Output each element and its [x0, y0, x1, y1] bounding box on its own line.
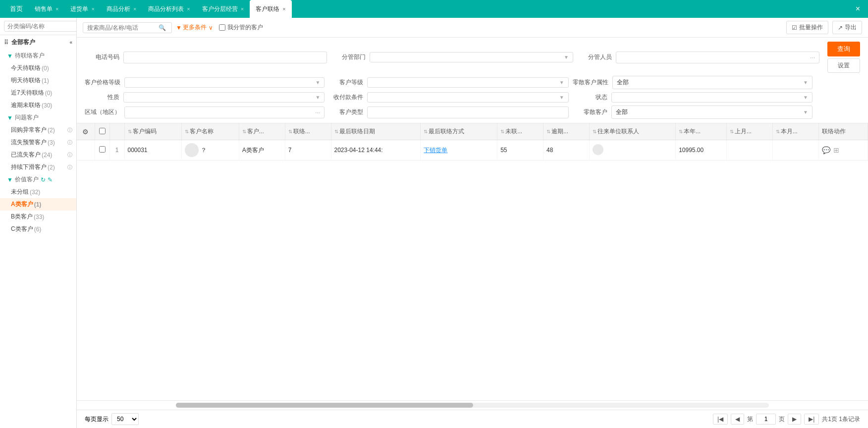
first-page-button[interactable]: |◀: [713, 414, 728, 425]
nav-tab-purchase[interactable]: 进货单 ×: [64, 0, 100, 18]
nav-tab-analysis[interactable]: 商品分析 ×: [101, 0, 142, 18]
sidebar-search-input[interactable]: [4, 21, 77, 32]
triangle-icon-2: ▼: [7, 114, 13, 121]
sort-icon-name[interactable]: ⇅: [185, 129, 189, 134]
per-page-select[interactable]: 50 100: [111, 413, 139, 425]
sort-icon-last-month[interactable]: ⇅: [730, 129, 734, 134]
nav-tab-customer-contact[interactable]: 客户联络 ×: [250, 0, 291, 18]
query-settings-buttons: 查询 设置: [827, 42, 860, 73]
sidebar-item-ungrouped[interactable]: 未分组 (32): [0, 186, 76, 198]
filter-retail-attr-select[interactable]: 全部 ▼: [612, 76, 813, 89]
filter-person-input[interactable]: ···: [616, 52, 819, 63]
sidebar-group-problem[interactable]: ▼ 问题客户: [0, 111, 76, 124]
query-button[interactable]: 查询: [827, 42, 860, 56]
triangle-icon-3: ▼: [7, 176, 13, 183]
sort-icon-type[interactable]: ⇅: [242, 129, 246, 134]
sidebar-item-class-b[interactable]: B类客户 (33): [0, 211, 76, 223]
horizontal-scrollbar[interactable]: [176, 403, 769, 408]
nav-tab-customer-segment[interactable]: 客户分层经营 ×: [196, 0, 250, 18]
sidebar-item-overdue[interactable]: 逾期未联络 (30): [0, 99, 76, 111]
filter-customer-type-input[interactable]: [367, 107, 568, 118]
sidebar-item-class-a[interactable]: A类客户 (1): [0, 198, 76, 211]
sort-icon-contact[interactable]: ⇅: [288, 129, 292, 134]
refresh-icon[interactable]: ↻: [41, 176, 46, 183]
window-close-button[interactable]: ×: [852, 4, 864, 13]
nav-tab-sales-close[interactable]: ×: [55, 6, 58, 12]
nav-home[interactable]: 首页: [4, 4, 29, 13]
adv-filter: 电话号码 分管部门 ▼ 分管人员 ···: [77, 38, 868, 123]
qr-action-icon[interactable]: ⊞: [833, 146, 839, 154]
export-button[interactable]: ↗ 导出: [832, 21, 862, 34]
settings-button[interactable]: 设置: [827, 58, 860, 73]
row-checkbox[interactable]: [99, 146, 106, 153]
sidebar-item-overdue-label: 逾期未联络: [11, 101, 41, 109]
nav-tab-customer-contact-close[interactable]: ×: [282, 6, 285, 12]
table-row: 1 000031 ？ A类客户 7 2023-04-12 14:44:: [77, 140, 868, 160]
select-all-checkbox[interactable]: [99, 128, 106, 134]
col-last-date-header: ⇅最后联络日期: [331, 123, 421, 140]
sort-icon-overdue[interactable]: ⇅: [546, 129, 550, 134]
nav-tab-sales[interactable]: 销售单 ×: [29, 0, 64, 18]
filter-status-select[interactable]: ▼: [611, 92, 813, 103]
filter-region-input[interactable]: ···: [124, 107, 325, 118]
sidebar-item-abnormal[interactable]: 回购异常客户 (2) ⓘ: [0, 124, 76, 136]
person-dots-icon[interactable]: ···: [810, 54, 815, 61]
sidebar-all-customers-header[interactable]: ⠿ 全部客户 «: [0, 35, 76, 50]
customer-level-arrow: ▼: [559, 80, 564, 85]
sidebar-item-ungrouped-label: 未分组: [11, 188, 29, 196]
nav-tab-customer-segment-close[interactable]: ×: [241, 6, 244, 12]
filter-search-icon[interactable]: 🔍: [159, 24, 166, 31]
nav-tab-purchase-close[interactable]: ×: [91, 6, 94, 12]
filter-actions: ☑ 批量操作 ↗ 导出: [786, 21, 862, 34]
sort-icon-this-month[interactable]: ⇅: [776, 129, 780, 134]
comment-action-icon[interactable]: 💬: [822, 146, 830, 154]
sidebar-collapse-icon[interactable]: «: [69, 40, 72, 45]
nav-tab-analysis-list-close[interactable]: ×: [187, 6, 190, 12]
sidebar-item-today-count: (0): [42, 65, 49, 72]
sidebar-item-class-c-count: (6): [34, 226, 42, 233]
sidebar-item-today[interactable]: 今天待联络 (0): [0, 62, 76, 74]
nav-tab-analysis-list[interactable]: 商品分析列表 ×: [142, 0, 196, 18]
sort-icon-not-contacted[interactable]: ⇅: [500, 129, 504, 134]
col-contact-header: ⇅联络...: [285, 123, 331, 140]
filter-status: 状态 ▼: [573, 92, 813, 103]
sidebar-item-tomorrow[interactable]: 明天待联络 (1): [0, 74, 76, 87]
action-icons: 💬 ⊞: [822, 146, 865, 154]
sort-icon-last-date[interactable]: ⇅: [334, 129, 338, 134]
last-page-button[interactable]: ▶|: [804, 414, 819, 425]
filter-payment-select[interactable]: ▼: [367, 92, 568, 103]
batch-operation-button[interactable]: ☑ 批量操作: [786, 21, 828, 34]
filter-price-level-select[interactable]: ▼: [124, 77, 325, 88]
nav-tab-analysis-close[interactable]: ×: [133, 6, 136, 12]
prev-page-button[interactable]: ◀: [731, 414, 744, 425]
filter-retail-customer-select[interactable]: 全部 ▼: [611, 106, 813, 119]
search-input[interactable]: [87, 24, 157, 31]
sidebar-item-7days[interactable]: 近7天待联络 (0): [0, 87, 76, 99]
sort-icon-last-method[interactable]: ⇅: [424, 129, 428, 134]
sort-icon-unit-contact[interactable]: ⇅: [593, 129, 597, 134]
filter-dept-select[interactable]: ▼: [370, 52, 573, 62]
filter-nature-select[interactable]: ▼: [123, 92, 325, 103]
sidebar-group-pending[interactable]: ▼ 待联络客户: [0, 50, 76, 62]
edit-icon[interactable]: ✎: [48, 176, 53, 183]
col-year-sales-header: ⇅本年...: [676, 123, 727, 140]
region-dots-icon[interactable]: ···: [315, 109, 320, 116]
filter-phone-input[interactable]: [123, 52, 327, 63]
table-gear-icon[interactable]: ⚙: [82, 128, 89, 136]
sidebar-group-value[interactable]: ▼ 价值客户 ↻ ✎: [0, 173, 76, 186]
my-customers-checkbox[interactable]: [219, 24, 225, 31]
filter-price-level-label: 客户价格等级: [85, 78, 120, 87]
col-name-header: ⇅客户名称: [182, 123, 239, 140]
col-this-month-header: ⇅本月...: [772, 123, 818, 140]
sort-icon-code[interactable]: ⇅: [128, 129, 132, 134]
sidebar-item-declining[interactable]: 持续下滑客户 (2) ⓘ: [0, 161, 76, 173]
sidebar-item-churned[interactable]: 已流失客户 (24) ⓘ: [0, 149, 76, 161]
next-page-button[interactable]: ▶: [788, 414, 801, 425]
filter-customer-level-select[interactable]: ▼: [367, 77, 568, 88]
sidebar-item-churn-warning[interactable]: 流失预警客户 (3) ⓘ: [0, 136, 76, 149]
sidebar-item-class-c[interactable]: C类客户 (6): [0, 223, 76, 235]
sort-icon-year-sales[interactable]: ⇅: [679, 129, 683, 134]
more-filters-button[interactable]: ▼ 更多条件 ∨: [176, 23, 213, 32]
page-number-input[interactable]: [756, 414, 776, 425]
last-method-link[interactable]: 下销货单: [424, 147, 447, 154]
